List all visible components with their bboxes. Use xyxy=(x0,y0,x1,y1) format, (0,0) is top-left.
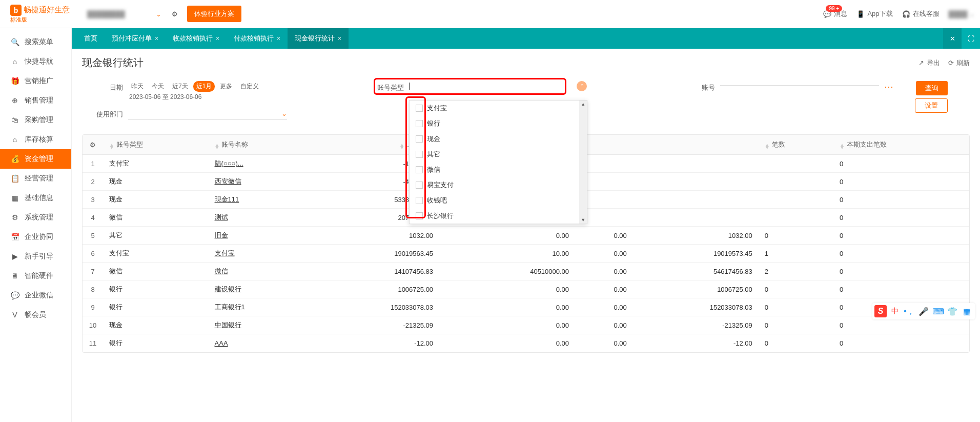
logo[interactable]: b 畅捷通好生意 标准版 xyxy=(5,5,77,24)
scroll-up-icon[interactable]: ▲ xyxy=(581,102,585,107)
checkbox[interactable] xyxy=(416,105,423,112)
account-link[interactable]: 测试 xyxy=(215,213,228,221)
account-link[interactable]: 建设银行 xyxy=(215,285,241,293)
tab-expand-icon[interactable]: ⛶ xyxy=(962,28,980,49)
nav-item-11[interactable]: ▶新手引导 xyxy=(0,247,71,266)
sogou-icon[interactable]: S xyxy=(874,305,887,317)
tab-4[interactable]: 现金银行统计× xyxy=(288,28,349,49)
ime-punct-icon[interactable]: •， xyxy=(903,305,915,317)
tab-2[interactable]: 收款核销执行× xyxy=(166,28,227,49)
checkbox[interactable] xyxy=(416,212,423,219)
nav-item-12[interactable]: 🖥智能硬件 xyxy=(0,266,71,286)
nav-item-9[interactable]: ⚙系统管理 xyxy=(0,208,71,227)
ime-toolbar[interactable]: S 中 •， 🎤 ⌨ 👕 ▦ xyxy=(872,303,975,319)
account-link[interactable]: 支付宝 xyxy=(215,249,235,257)
refresh-button[interactable]: ⟳ 刷新 xyxy=(948,58,970,68)
account-select[interactable] xyxy=(720,81,879,86)
table-header[interactable] xyxy=(633,135,759,155)
table-row: 9 银行 工商银行1 152033078.03 0.00 0.00 152033… xyxy=(83,298,969,316)
dropdown-option[interactable]: 支付宝 xyxy=(410,101,587,116)
checkbox[interactable] xyxy=(416,166,423,173)
tab-close-all-icon[interactable]: ✕ xyxy=(943,28,962,49)
dept-select[interactable]: ⌄ xyxy=(128,108,287,120)
tab-close-icon[interactable]: × xyxy=(216,35,219,42)
nav-item-13[interactable]: 💬企业微信 xyxy=(0,286,71,305)
more-filters-icon[interactable]: ⋯ xyxy=(884,81,900,92)
company-dropdown-icon[interactable]: ⌄ xyxy=(156,10,161,18)
app-download-button[interactable]: 📱 App下载 xyxy=(856,9,892,18)
account-link[interactable]: AAA xyxy=(215,339,228,347)
date-btn-更多[interactable]: 更多 xyxy=(217,81,235,92)
account-link[interactable]: 旧金 xyxy=(215,231,228,239)
nav-item-3[interactable]: ⊕销售管理 xyxy=(0,91,71,110)
tab-1[interactable]: 预付冲应付单× xyxy=(105,28,166,49)
nav-item-1[interactable]: ⌂快捷导航 xyxy=(0,52,71,71)
messages-button[interactable]: 99 + 💬 消息 xyxy=(823,9,847,18)
sort-icon[interactable]: ▲▼ xyxy=(399,144,404,149)
date-btn-自定义[interactable]: 自定义 xyxy=(237,81,262,92)
ime-keyboard-icon[interactable]: ⌨ xyxy=(932,305,944,317)
account-link[interactable]: 现金111 xyxy=(215,195,239,203)
nav-item-5[interactable]: ⌂库存核算 xyxy=(0,130,71,149)
try-industry-button[interactable]: 体验行业方案 xyxy=(187,6,241,22)
dropdown-option[interactable]: 现金 xyxy=(410,131,587,147)
nav-item-10[interactable]: 📅企业协同 xyxy=(0,227,71,247)
table-header[interactable]: ▲▼账号类型 xyxy=(103,135,209,155)
nav-item-7[interactable]: 📋经营管理 xyxy=(0,169,71,188)
checkbox[interactable] xyxy=(416,182,423,189)
sort-icon[interactable]: ▲▼ xyxy=(840,144,845,149)
ime-voice-icon[interactable]: 🎤 xyxy=(917,305,930,317)
export-button[interactable]: ↗ 导出 xyxy=(918,58,940,68)
nav-item-6[interactable]: 💰资金管理 xyxy=(0,149,71,169)
dropdown-option[interactable]: 微信 xyxy=(410,162,587,177)
date-btn-昨天[interactable]: 昨天 xyxy=(128,81,147,92)
tab-close-icon[interactable]: × xyxy=(338,35,341,42)
tab-3[interactable]: 付款核销执行× xyxy=(227,28,288,49)
account-link[interactable]: 微信 xyxy=(215,267,228,275)
checkbox[interactable] xyxy=(416,120,423,127)
account-link[interactable]: 陆(○○○)... xyxy=(215,159,243,167)
collapse-filter-icon[interactable]: ⌃ xyxy=(577,81,587,91)
settings-button[interactable]: 设置 xyxy=(915,98,948,113)
dropdown-option[interactable]: 收钱吧 xyxy=(410,193,587,208)
table-header[interactable]: ▲▼账号名称 xyxy=(209,135,314,155)
ime-skin-icon[interactable]: 👕 xyxy=(946,305,958,317)
user-menu[interactable]: ████ ⌄ xyxy=(949,10,975,18)
ime-lang[interactable]: 中 xyxy=(889,305,901,317)
sort-icon[interactable]: ▲▼ xyxy=(215,144,220,149)
table-config-icon[interactable]: ⚙ xyxy=(83,135,103,155)
checkbox[interactable] xyxy=(416,135,423,143)
table-header[interactable]: ▲▼本期支出笔数 xyxy=(833,135,969,155)
dropdown-option[interactable]: 易宝支付 xyxy=(410,177,587,193)
account-link[interactable]: 中国银行 xyxy=(215,321,241,329)
sort-icon[interactable]: ▲▼ xyxy=(109,144,114,149)
nav-item-0[interactable]: 🔍搜索菜单 xyxy=(0,32,71,52)
ime-tools-icon[interactable]: ▦ xyxy=(961,305,973,317)
settings-icon[interactable]: ⚙ xyxy=(172,10,178,18)
tab-0[interactable]: 首页 xyxy=(77,28,105,49)
company-selector[interactable]: ████████ xyxy=(87,10,125,18)
scroll-down-icon[interactable]: ▼ xyxy=(581,217,585,223)
date-btn-近1月[interactable]: 近1月 xyxy=(193,81,215,92)
query-button[interactable]: 查询 xyxy=(916,81,948,95)
account-type-select[interactable] xyxy=(409,81,563,92)
tab-close-icon[interactable]: × xyxy=(277,35,280,42)
nav-item-4[interactable]: 🛍采购管理 xyxy=(0,110,71,130)
account-link[interactable]: 工商银行1 xyxy=(215,303,245,311)
sort-icon[interactable]: ▲▼ xyxy=(765,144,770,149)
tab-close-icon[interactable]: × xyxy=(155,35,158,42)
date-btn-近7天[interactable]: 近7天 xyxy=(169,81,191,92)
table-header[interactable]: ▲▼笔数 xyxy=(759,135,833,155)
nav-item-8[interactable]: ▦基础信息 xyxy=(0,188,71,208)
checkbox[interactable] xyxy=(416,197,423,204)
dropdown-option[interactable]: 长沙银行 xyxy=(410,208,587,224)
checkbox[interactable] xyxy=(416,151,423,158)
dropdown-option[interactable]: 银行 xyxy=(410,116,587,131)
date-btn-今天[interactable]: 今天 xyxy=(149,81,167,92)
dropdown-scrollbar[interactable]: ▲ ▼ xyxy=(579,101,587,224)
online-service-button[interactable]: 🎧 在线客服 xyxy=(902,9,940,18)
dropdown-option[interactable]: 其它 xyxy=(410,147,587,162)
account-link[interactable]: 西安微信 xyxy=(215,177,241,185)
nav-item-2[interactable]: 🎁营销推广 xyxy=(0,71,71,91)
nav-item-14[interactable]: V畅会员 xyxy=(0,305,71,325)
